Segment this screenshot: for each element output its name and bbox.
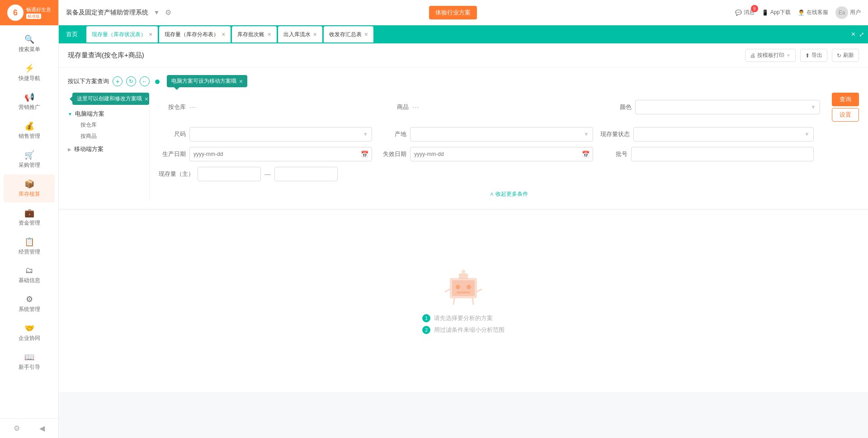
mobile-scheme-arrow: ▶: [68, 147, 71, 152]
message-icon-item[interactable]: 💬 9 消息: [735, 9, 755, 16]
size-select[interactable]: ▼: [189, 127, 372, 141]
filter-form: 按仓库 ··· 商品 ··· 颜色 ▼: [149, 93, 859, 202]
range-dash: —: [264, 170, 271, 178]
color-select[interactable]: ▼: [635, 100, 820, 114]
tab-inventory-status[interactable]: 现存量（库存状况表） ×: [86, 26, 158, 42]
sidebar-item-operations[interactable]: 📋 经营管理: [4, 232, 55, 260]
filter-add-btn[interactable]: +: [113, 76, 123, 86]
search-btn[interactable]: 查询: [832, 93, 859, 106]
tab-close-collection-summary[interactable]: ×: [364, 31, 368, 38]
scheme-list-panel: 这里可以创建和修改方案哦 × ▼ 电脑端方案 按仓库 按商品 ▶ 移动端方案: [68, 93, 149, 202]
purchase-icon: 🛒: [24, 150, 34, 160]
svg-rect-1: [452, 280, 475, 296]
tab-close-batch-account[interactable]: ×: [267, 31, 271, 38]
sidebar-item-finance[interactable]: 💼 资金管理: [4, 203, 55, 231]
sidebar-item-inventory[interactable]: 📦 库存核算: [4, 174, 55, 203]
tab-close-in-out-flow[interactable]: ×: [313, 31, 317, 38]
svg-rect-5: [459, 273, 468, 279]
reset-btn[interactable]: 设置: [832, 108, 859, 122]
user-avatar-item[interactable]: Ea 用户: [835, 6, 861, 19]
industry-solution-btn[interactable]: 体验行业方案: [429, 6, 477, 19]
svg-line-8: [477, 289, 481, 292]
filter-back-btn[interactable]: ←: [140, 76, 150, 86]
collapse-sidebar-btn[interactable]: ◀: [39, 424, 45, 433]
inventory-icon: 📦: [24, 179, 34, 189]
tooltip2-close-btn[interactable]: ×: [145, 95, 148, 103]
tooltip-create-scheme: 这里可以创建和修改方案哦 ×: [72, 93, 149, 105]
form-group-stock-status: 现存量状态 ▼: [600, 127, 814, 141]
tab-home[interactable]: 首页: [59, 25, 85, 43]
produce-date-calendar-icon[interactable]: 📅: [361, 151, 368, 158]
settings-icon-header[interactable]: ⚙: [165, 8, 171, 17]
desktop-sub-item2: 按商品: [68, 131, 149, 142]
tab-close-inventory-status[interactable]: ×: [149, 31, 152, 38]
scheme-item-desktop[interactable]: ▼ 电脑端方案: [68, 108, 149, 119]
stock-status-select[interactable]: ▼: [633, 127, 814, 141]
filter-row-4: 现存量（主） —: [159, 167, 859, 181]
sidebar-item-enterprise[interactable]: 🤝 企业协同: [4, 319, 55, 347]
basic-icon: 🗂: [25, 266, 33, 275]
tab-batch-account[interactable]: 库存批次账 ×: [232, 26, 276, 42]
produce-date-label: 生产日期: [159, 150, 186, 158]
sidebar-item-guide[interactable]: 📖 新手引导: [4, 348, 55, 376]
empty-step-2: 2 用过滤条件来缩小分析范围: [422, 326, 505, 334]
refresh-btn[interactable]: ↻ 刷新: [832, 49, 859, 62]
batch-input[interactable]: [631, 147, 814, 161]
logo-icon: 6: [7, 5, 24, 21]
form-group-warehouse: 按仓库 ···: [159, 103, 374, 112]
sidebar-menu: 🔍 搜索菜单 ⚡ 快捷导航 📢 营销推广 💰 销售管理 🛒 采购管理 📦 库存核…: [0, 25, 58, 418]
sidebar-item-purchase[interactable]: 🛒 采购管理: [4, 146, 55, 174]
tab-inventory-dist[interactable]: 现存量（库存分布表） ×: [159, 26, 231, 42]
mobile-icon: 📱: [762, 9, 769, 16]
tab-collection-summary[interactable]: 收发存汇总表 ×: [324, 26, 373, 42]
sidebar-item-basic[interactable]: 🗂 基础信息: [4, 261, 55, 289]
collapse-row[interactable]: ∧ 收起更多条件: [159, 187, 859, 202]
sidebar-item-sales[interactable]: 💰 销售管理: [4, 117, 55, 145]
app-download-item[interactable]: 📱 App下载: [762, 9, 791, 16]
form-group-goods: 商品 ···: [382, 103, 597, 112]
filter-refresh-btn[interactable]: ↻: [126, 76, 136, 86]
stock-main-to-input[interactable]: [274, 167, 338, 181]
sidebar-item-system[interactable]: ⚙ 系统管理: [4, 290, 55, 318]
message-badge: 9: [751, 5, 758, 12]
export-btn[interactable]: ⬆ 导出: [800, 49, 827, 62]
user-avatar: Ea: [835, 6, 848, 19]
print-dropdown-icon: ▼: [786, 53, 791, 58]
maximize-btn[interactable]: ⤢: [859, 31, 864, 38]
tab-close-inventory-dist[interactable]: ×: [222, 31, 225, 38]
expire-date-input[interactable]: [410, 147, 593, 161]
sidebar-item-search[interactable]: 🔍 搜索菜单: [4, 30, 55, 58]
expire-date-calendar-icon[interactable]: 📅: [582, 151, 590, 158]
tab-in-out-flow[interactable]: 出入库流水 ×: [278, 26, 322, 42]
stock-main-from-input[interactable]: [198, 167, 261, 181]
sidebar-item-quick-nav[interactable]: ⚡ 快捷导航: [4, 59, 55, 87]
form-group-batch: 批号: [600, 147, 814, 161]
tooltip1-close-btn[interactable]: ×: [239, 78, 243, 85]
online-support-item[interactable]: 👨‍💼 在线客服: [798, 9, 828, 16]
warehouse-dots[interactable]: ···: [189, 103, 198, 112]
svg-line-10: [472, 298, 473, 304]
origin-select-arrow: ▼: [584, 131, 589, 137]
print-btn[interactable]: 🖨 按模板打印 ▼: [745, 49, 796, 62]
filter-row-1: 按仓库 ··· 商品 ··· 颜色 ▼: [159, 93, 859, 122]
origin-label: 产地: [379, 130, 406, 138]
settings-footer-btn[interactable]: ⚙: [14, 424, 20, 433]
desktop-sub-item: 按仓库: [68, 119, 149, 131]
svg-rect-4: [457, 292, 470, 293]
filter-row-2: 尺码 ▼ 产地 ▼ 现存量状态: [159, 127, 859, 141]
produce-date-input[interactable]: [189, 147, 372, 161]
scheme-item-mobile[interactable]: ▶ 移动端方案: [68, 144, 149, 155]
empty-state-illustration: [441, 264, 486, 305]
step2-num: 2: [422, 326, 430, 334]
desktop-scheme-arrow: ▼: [68, 112, 72, 117]
expire-date-label: 失效日期: [379, 150, 406, 158]
close-all-tabs-btn[interactable]: ×: [851, 30, 855, 38]
goods-dots[interactable]: ···: [412, 103, 421, 112]
form-group-size: 尺码 ▼: [159, 127, 372, 141]
system-dropdown-arrow[interactable]: ▼: [154, 9, 160, 16]
expire-date-input-wrap: 📅: [410, 147, 593, 161]
operations-icon: 📋: [24, 237, 34, 247]
origin-select[interactable]: ▼: [410, 127, 593, 141]
sidebar-item-marketing[interactable]: 📢 营销推广: [4, 88, 55, 116]
tabs-controls: × ⤢: [851, 30, 868, 38]
